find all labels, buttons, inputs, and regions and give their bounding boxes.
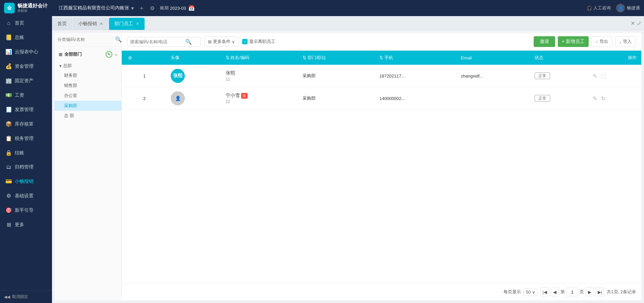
main-dept-header[interactable]: ▾ 总部	[55, 61, 121, 70]
sidebar-item-invoice[interactable]: 🧾 发票管理	[0, 102, 52, 117]
row2-name: 宁小雪 应 12	[221, 87, 298, 110]
close-icon: 🔒	[5, 150, 12, 156]
col-phone[interactable]: ⇅ 手机	[375, 51, 456, 65]
row2-status: 正常	[530, 87, 588, 110]
support-button[interactable]: 🎧 人工咨询	[587, 5, 611, 11]
employee-panel: 🔍 ⊞ 更多条件 ∨ ✓ 显示离职员工 邀请 + 新增员工	[122, 33, 641, 300]
content-area: 首页 小畅报销 ✕ 部门员工 ✕ ✕ ⤢ 🔍	[52, 16, 644, 303]
add-icon[interactable]: ＋	[139, 4, 145, 12]
dropdown-arrow-icon[interactable]: ▾	[131, 5, 134, 11]
row1-dept: 采购部	[298, 65, 375, 87]
dept-item-office[interactable]: 办公室	[55, 91, 121, 101]
table-row: 2 👤 宁小雪	[122, 87, 641, 110]
show-resigned-checkbox[interactable]: ✓	[242, 39, 248, 44]
col-actions: 操作	[588, 51, 641, 65]
tab-home[interactable]: 首页	[52, 18, 72, 30]
sidebar-item-archive[interactable]: 🗂 归档管理	[0, 160, 52, 174]
dept-item-purchase[interactable]: 采购部	[55, 101, 121, 111]
sidebar-item-ledger[interactable]: 📒 总账	[0, 30, 52, 45]
search-icon[interactable]: 🔍	[185, 39, 192, 45]
sidebar-item-tax[interactable]: 📋 税务管理	[0, 131, 52, 146]
employee-table-container: ⚙ 头像 ⇅ 姓名/编码 ⇅ 部门/职位	[122, 51, 641, 283]
row2-index: 2	[139, 87, 166, 110]
export-button[interactable]: ↑ 导出	[591, 36, 612, 47]
tab-close-icon[interactable]: ✕	[631, 20, 635, 27]
tab-expense[interactable]: 小畅报销 ✕	[73, 18, 108, 30]
calendar-icon[interactable]: 📅	[188, 5, 195, 11]
edit-dept-button[interactable]: ✎	[106, 51, 112, 58]
sidebar-item-home[interactable]: ⌂ 首页	[0, 16, 52, 30]
period-label: 账期	[160, 5, 169, 11]
show-resigned-checkbox-label[interactable]: ✓ 显示离职员工	[242, 39, 275, 45]
tab-fullscreen-icon[interactable]: ⤢	[637, 20, 641, 27]
tab-employees[interactable]: 部门员工 ✕	[109, 18, 145, 30]
row1-status: 正常	[530, 65, 588, 87]
sidebar-item-close[interactable]: 🔒 结账	[0, 146, 52, 160]
edit-icon[interactable]: ✎	[593, 95, 597, 102]
tab-close-expense[interactable]: ✕	[100, 21, 103, 26]
edit-icon[interactable]: ✎	[593, 73, 597, 79]
add-employee-button[interactable]: + 新增员工	[558, 36, 589, 47]
user-menu[interactable]: 👤 畅捷通	[616, 4, 640, 12]
sidebar-item-assets[interactable]: 🏢 固定资产	[0, 73, 52, 88]
page-number-input[interactable]	[566, 288, 578, 296]
invite-button[interactable]: 邀请	[534, 36, 555, 47]
sidebar-item-payroll[interactable]: 💵 工资	[0, 88, 52, 102]
row2-avatar: 👤	[166, 87, 221, 110]
prev-page-button[interactable]: ◀	[550, 288, 559, 296]
dept-search-icon[interactable]: 🔍	[115, 36, 122, 43]
import-button[interactable]: ↓ 导入	[615, 36, 636, 47]
employee-search-input[interactable]	[130, 39, 184, 44]
logo-text: 畅捷通好会计 旗舰版	[17, 3, 48, 13]
filter-button[interactable]: ⊞ 更多条件 ∨	[204, 37, 239, 47]
period-value: 2023-03	[170, 6, 186, 11]
home-icon: ⌂	[5, 20, 12, 26]
sidebar-item-guide[interactable]: 🎯 新手引导	[0, 203, 52, 217]
reports-icon: 📊	[5, 49, 12, 55]
sidebar-item-funds[interactable]: 💰 资金管理	[0, 59, 52, 73]
dept-item-sales[interactable]: 销售部	[55, 81, 121, 91]
settings-icon[interactable]: ⚙	[150, 5, 155, 11]
sidebar-item-inventory[interactable]: 📦 库存核算	[0, 117, 52, 131]
tab-close-employees[interactable]: ✕	[136, 21, 139, 26]
logo-icon: 会	[4, 3, 15, 13]
toolbar-right: 邀请 + 新增员工 ↑ 导出 ↓ 导入	[534, 36, 636, 47]
sidebar-item-expense[interactable]: 💳 小畅报销	[0, 174, 52, 189]
expand-icon: ▾	[59, 63, 62, 68]
col-email: Email	[456, 51, 530, 65]
collapse-icon[interactable]: «	[115, 52, 117, 57]
col-settings[interactable]: ⚙	[122, 51, 139, 65]
exit-icon[interactable]: ⬚	[601, 73, 606, 79]
sidebar-item-settings[interactable]: ⚙ 基础设置	[0, 189, 52, 203]
dept-item-finance[interactable]: 财务部	[55, 70, 121, 81]
export-icon: ↑	[596, 39, 598, 44]
status-badge: 正常	[535, 95, 550, 102]
sidebar-item-reports[interactable]: 📊 云报表中心	[0, 45, 52, 59]
unpin-button[interactable]: ◀◀ 取消固定	[0, 290, 52, 303]
dept-search-input[interactable]	[57, 37, 114, 42]
pagination-footer: 每页显示 50 ∨ |◀ ◀ 第 页 ▶ ▶| 共1页, 2条记录	[122, 283, 641, 300]
filter-icon: ⊞	[208, 39, 212, 44]
page-size-select[interactable]: 50 ∨	[524, 288, 538, 296]
avatar-icon: 👤	[618, 5, 624, 11]
col-index	[139, 51, 166, 65]
col-avatar: 头像	[166, 51, 221, 65]
employee-toolbar: 🔍 ⊞ 更多条件 ∨ ✓ 显示离职员工 邀请 + 新增员工	[122, 33, 641, 51]
col-status: 状态	[530, 51, 588, 65]
refresh-icon[interactable]: ↻	[601, 95, 605, 102]
next-page-button[interactable]: ▶	[585, 288, 594, 296]
dept-item-general[interactable]: 总 部	[55, 111, 121, 121]
row2-phone: 140000002...	[375, 87, 456, 110]
logo-area: 会 畅捷通好会计 旗舰版	[4, 3, 56, 13]
pending-tag: 应	[241, 93, 248, 99]
sidebar-item-more[interactable]: ⊞ 更多	[0, 217, 52, 232]
employee-search-box: 🔍	[127, 37, 201, 47]
pin-left-icon: ◀◀	[4, 295, 10, 299]
first-page-button[interactable]: |◀	[540, 288, 549, 296]
row1-email: zhangxidf...	[456, 65, 530, 87]
last-page-button[interactable]: ▶|	[595, 288, 604, 296]
col-dept[interactable]: ⇅ 部门/职位	[298, 51, 375, 65]
inventory-icon: 📦	[5, 121, 12, 127]
col-name[interactable]: ⇅ 姓名/编码	[221, 51, 298, 65]
all-dept-item[interactable]: ⊞ 全部部门 ✎ «	[55, 49, 121, 60]
